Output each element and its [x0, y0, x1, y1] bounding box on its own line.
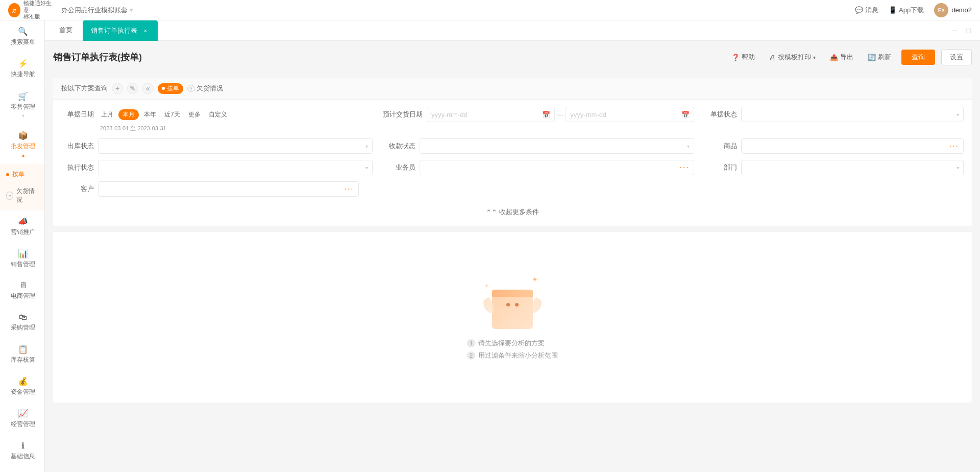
scheme-add-btn[interactable]: + [112, 83, 123, 94]
tab-home[interactable]: 首页 [51, 20, 81, 41]
calendar-to-icon: 📅 [681, 111, 690, 119]
payment-status-select[interactable]: ▾ [420, 138, 694, 154]
customer-ellipsis[interactable]: ··· [344, 184, 354, 194]
department-select[interactable]: ▾ [741, 160, 964, 175]
sidebar-item-ecommerce[interactable]: 🖥 电商管理 [0, 275, 44, 306]
retail-arrow: ▾ [22, 113, 24, 119]
inventory-icon: 📋 [18, 344, 28, 354]
refresh-icon: 🔄 [868, 54, 876, 61]
date-quick-area: 上月 本月 本年 近7天 更多 自定义 [98, 109, 373, 120]
filter-cell-customer: 客户 ··· [61, 181, 359, 197]
sidebar-item-sales[interactable]: 📊 销售管理 [0, 243, 44, 275]
department-arrow: ▾ [957, 165, 959, 171]
payment-status-label: 收款状态 [383, 141, 415, 151]
filter-cell-doc-date: 单据日期 上月 本月 本年 近7天 更多 自定义 [61, 109, 373, 120]
empty-eye-right [515, 303, 519, 306]
tip-num-2: 2 [467, 351, 475, 360]
exec-arrow: ▾ [365, 165, 368, 171]
scheme-circle-icon: ○ [187, 85, 194, 92]
window-maximize[interactable]: □ [964, 26, 974, 36]
sidebar-item-inventory[interactable]: 📋 库存核算 [0, 338, 44, 370]
scheme-tag-shortage[interactable]: ○ 欠货情况 [187, 84, 223, 93]
date-7days-btn[interactable]: 近7天 [161, 109, 183, 120]
date-custom-btn[interactable]: 自定义 [206, 109, 230, 120]
print-btn[interactable]: 🖨 按模板打印 ▾ [765, 51, 820, 64]
page-title-bar: 销售订单执行表(按单) ❓ 帮助 🖨 按模板打印 ▾ 📤 导出 [53, 49, 972, 65]
sidebar-item-system[interactable]: ⚙ 系统管理 [0, 467, 44, 472]
product-ellipsis[interactable]: ··· [949, 141, 959, 151]
salesperson-label: 业务员 [383, 163, 415, 172]
refresh-btn[interactable]: 🔄 刷新 [864, 51, 895, 64]
purchase-icon: 🛍 [19, 313, 27, 322]
expected-date-label: 预计交货日期 [383, 110, 423, 119]
sidebar-item-finance[interactable]: 💰 资金管理 [0, 370, 44, 403]
sidebar-item-operations[interactable]: 📈 经营管理 [0, 403, 44, 435]
sidebar: 🔍 搜索菜单 ⚡ 快捷导航 🛒 零售管理 ▾ 📦 批发管理 ▴ 按单 ○ 欠货情… [0, 20, 45, 472]
content-area: 首页 销售订单执行表 × ─ □ 销售订单执行表(按单) ❓ 帮助 [45, 20, 980, 472]
sidebar-item-retail[interactable]: 🛒 零售管理 ▾ [0, 85, 44, 125]
delivery-status-select[interactable]: ▾ [98, 138, 373, 154]
wholesale-arrow: ▴ [22, 152, 24, 158]
submenu-item-shortage[interactable]: ○ 欠货情况 [0, 183, 44, 208]
customer-select[interactable]: ··· [98, 181, 359, 197]
wholesale-icon: 📦 [18, 131, 28, 140]
sidebar-item-search[interactable]: 🔍 搜索菜单 [0, 20, 44, 53]
avatar: Ea [934, 3, 948, 17]
salesperson-select[interactable]: ··· [420, 160, 694, 175]
filter-cell-salesperson: 业务员 ··· [383, 160, 694, 175]
delivery-arrow: ▾ [365, 144, 368, 149]
retail-icon: 🛒 [18, 91, 28, 101]
tab-close-btn[interactable]: × [141, 27, 150, 35]
window-minimize[interactable]: ─ [949, 26, 960, 36]
tab-bar: 首页 销售订单执行表 × ─ □ [45, 20, 980, 41]
doc-status-select[interactable]: ▾ [741, 107, 964, 122]
expected-date-range: yyyy-mm-dd 📅 — yyyy-mm-dd 📅 [427, 107, 694, 122]
expected-date-from[interactable]: yyyy-mm-dd 📅 [427, 107, 555, 122]
scheme-tag-active[interactable]: 按单 [158, 83, 183, 94]
date-this-month-btn[interactable]: 本月 [118, 109, 139, 120]
help-btn[interactable]: ❓ 帮助 [727, 51, 759, 64]
calendar-from-icon: 📅 [542, 111, 550, 119]
date-prev-month-btn[interactable]: 上月 [98, 109, 116, 120]
sidebar-item-wholesale[interactable]: 📦 批发管理 ▴ [0, 125, 44, 164]
tip-num-1: 1 [467, 339, 475, 347]
app-download-btn[interactable]: 📱 App下载 [889, 6, 924, 15]
date-more-btn[interactable]: 更多 [185, 109, 204, 120]
sidebar-item-purchase[interactable]: 🛍 采购管理 [0, 306, 44, 338]
expected-date-to[interactable]: yyyy-mm-dd 📅 [566, 107, 694, 122]
salesperson-ellipsis[interactable]: ··· [679, 163, 689, 172]
scheme-edit-btn[interactable]: ✎ [127, 83, 138, 94]
sidebar-item-marketing[interactable]: 📣 营销推广 [0, 210, 44, 243]
search-button[interactable]: 查询 [901, 50, 935, 65]
breadcrumb[interactable]: 办公用品行业模拟账套 ▾ [61, 6, 133, 15]
collapse-more-btn[interactable]: ⌃⌃ 收起更多条件 [486, 205, 539, 219]
doc-status-arrow: ▾ [957, 112, 959, 117]
delivery-status-label: 出库状态 [61, 141, 94, 151]
tab-current[interactable]: 销售订单执行表 × [83, 20, 158, 41]
sidebar-item-quick-nav[interactable]: ⚡ 快捷导航 [0, 53, 44, 85]
basic-info-icon: ℹ [21, 441, 24, 451]
help-icon: ❓ [731, 54, 740, 61]
empty-box-body [492, 296, 533, 329]
export-btn[interactable]: 📤 导出 [826, 51, 857, 64]
date-separator: — [557, 111, 564, 119]
empty-box-face [506, 303, 519, 306]
main-layout: 🔍 搜索菜单 ⚡ 快捷导航 🛒 零售管理 ▾ 📦 批发管理 ▴ 按单 ○ 欠货情… [0, 20, 980, 472]
product-label: 商品 [704, 141, 737, 151]
scheme-dot [162, 87, 165, 90]
product-select[interactable]: ··· [741, 138, 964, 154]
submenu-item-order[interactable]: 按单 [0, 166, 44, 183]
app-icon: 📱 [889, 6, 897, 14]
message-btn[interactable]: 💬 消息 [855, 6, 878, 15]
user-area[interactable]: Ea demo2 [934, 3, 972, 17]
sidebar-item-basic-info[interactable]: ℹ 基础信息 [0, 435, 44, 467]
sales-icon: 📊 [18, 249, 28, 258]
filter-cell-doc-status: 单据状态 ▾ [704, 107, 964, 122]
date-this-year-btn[interactable]: 本年 [141, 109, 159, 120]
logo-icon: 好 [8, 3, 20, 17]
scheme-collapse-btn[interactable]: « [142, 83, 154, 94]
exec-status-select[interactable]: ▾ [98, 160, 373, 175]
page-title: 销售订单执行表(按单) [53, 51, 142, 63]
filter-and-result: 销售订单执行表(按单) ❓ 帮助 🖨 按模板打印 ▾ 📤 导出 [45, 41, 980, 472]
settings-button[interactable]: 设置 [941, 49, 972, 65]
